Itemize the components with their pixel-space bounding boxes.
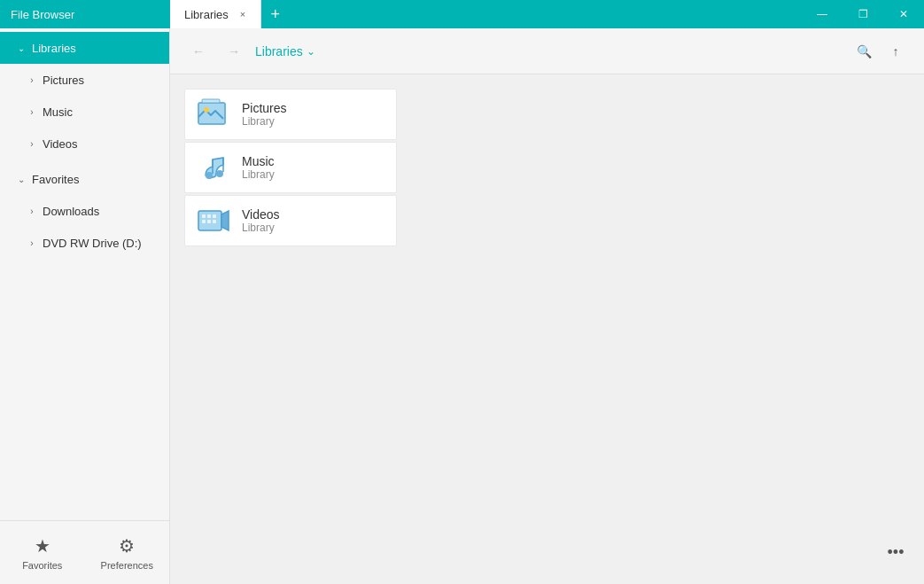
file-grid: Pictures Library [184, 89, 397, 246]
svg-rect-13 [202, 220, 206, 223]
breadcrumb-label: Libraries [255, 44, 303, 58]
main-area: ⌄ Libraries › Pictures › Music › Videos … [0, 28, 924, 584]
sidebar-libraries[interactable]: ⌄ Libraries [0, 32, 169, 64]
file-item-videos[interactable]: Videos Library [184, 195, 397, 246]
downloads-chevron-icon: › [25, 206, 39, 216]
back-button[interactable]: ← [184, 37, 213, 66]
sidebar-downloads-label: Downloads [43, 205, 162, 218]
sidebar-item-dvd[interactable]: › DVD RW Drive (D:) [0, 227, 169, 259]
breadcrumb-dropdown-icon: ⌄ [307, 45, 315, 58]
music-type: Library [242, 168, 275, 181]
breadcrumb[interactable]: Libraries ⌄ [255, 44, 315, 58]
videos-info: Videos Library [242, 207, 280, 234]
dvd-chevron-icon: › [25, 238, 39, 248]
tab-label: Libraries [184, 8, 229, 21]
svg-point-2 [204, 107, 209, 113]
svg-rect-10 [202, 214, 206, 218]
sidebar: ⌄ Libraries › Pictures › Music › Videos … [0, 28, 170, 584]
sidebar-dvd-label: DVD RW Drive (D:) [43, 237, 162, 250]
svg-rect-12 [213, 214, 216, 218]
sidebar-music-label: Music [43, 105, 162, 119]
favorites-chevron-icon: ⌄ [14, 175, 28, 184]
content-wrapper: ← → Libraries ⌄ 🔍 ↑ [170, 28, 924, 584]
sidebar-favorites[interactable]: ⌄ Favorites [0, 163, 169, 195]
music-icon [196, 150, 231, 185]
content-area: ← → Libraries ⌄ 🔍 ↑ [170, 28, 924, 584]
file-area: Pictures Library [170, 74, 924, 584]
forward-button[interactable]: → [220, 37, 248, 66]
svg-rect-14 [207, 220, 211, 223]
minimize-button[interactable]: — [802, 0, 842, 28]
libraries-chevron-icon: ⌄ [14, 43, 28, 53]
preferences-bottom-label: Preferences [101, 560, 153, 571]
videos-chevron-icon: › [25, 139, 39, 149]
more-options-button[interactable]: ••• [881, 538, 910, 566]
sidebar-item-music[interactable]: › Music [0, 96, 169, 128]
sidebar-pictures-label: Pictures [43, 74, 162, 87]
window-controls: — ❐ ✕ [802, 0, 924, 28]
favorites-bottom-button[interactable]: ★ Favorites [0, 521, 85, 584]
sidebar-libraries-label: Libraries [32, 42, 162, 55]
title-bar: File Browser Libraries × + — ❐ ✕ [0, 0, 924, 28]
toolbar: ← → Libraries ⌄ 🔍 ↑ [170, 28, 924, 74]
app-title: File Browser [0, 0, 170, 28]
svg-rect-15 [213, 220, 216, 223]
svg-rect-11 [207, 214, 211, 218]
file-item-music[interactable]: Music Library [184, 142, 397, 193]
videos-name: Videos [242, 207, 280, 222]
music-chevron-icon: › [25, 107, 39, 117]
sidebar-item-downloads[interactable]: › Downloads [0, 195, 169, 227]
favorites-bottom-label: Favorites [22, 560, 62, 571]
svg-point-5 [216, 170, 223, 177]
pictures-name: Pictures [242, 101, 287, 115]
sidebar-videos-label: Videos [43, 137, 162, 151]
favorites-star-icon: ★ [35, 535, 50, 557]
sidebar-item-videos[interactable]: › Videos [0, 128, 169, 160]
preferences-gear-icon: ⚙ [119, 535, 135, 557]
music-name: Music [242, 154, 275, 168]
tab-libraries[interactable]: Libraries × [170, 0, 261, 28]
music-info: Music Library [242, 154, 275, 181]
svg-rect-3 [202, 99, 220, 103]
pictures-type: Library [242, 115, 287, 128]
sidebar-item-pictures[interactable]: › Pictures [0, 64, 169, 96]
pictures-info: Pictures Library [242, 101, 287, 128]
close-button[interactable]: ✕ [883, 0, 924, 28]
preferences-bottom-button[interactable]: ⚙ Preferences [85, 521, 170, 584]
sidebar-favorites-label: Favorites [32, 173, 162, 186]
toolbar-right: 🔍 ↑ [850, 37, 910, 66]
sidebar-nav: ⌄ Libraries › Pictures › Music › Videos … [0, 28, 169, 520]
up-button[interactable]: ↑ [881, 37, 910, 66]
svg-point-4 [206, 172, 213, 179]
videos-icon [196, 203, 231, 238]
new-tab-button[interactable]: + [261, 0, 290, 28]
sidebar-bottom: ★ Favorites ⚙ Preferences [0, 520, 169, 584]
pictures-icon [196, 97, 231, 132]
svg-marker-9 [221, 211, 229, 230]
file-item-pictures[interactable]: Pictures Library [184, 89, 397, 140]
pictures-chevron-icon: › [25, 75, 39, 85]
videos-type: Library [242, 222, 280, 234]
tab-bar: Libraries × + [170, 0, 802, 28]
tab-close-button[interactable]: × [236, 7, 250, 21]
search-button[interactable]: 🔍 [850, 37, 878, 66]
maximize-button[interactable]: ❐ [842, 0, 883, 28]
